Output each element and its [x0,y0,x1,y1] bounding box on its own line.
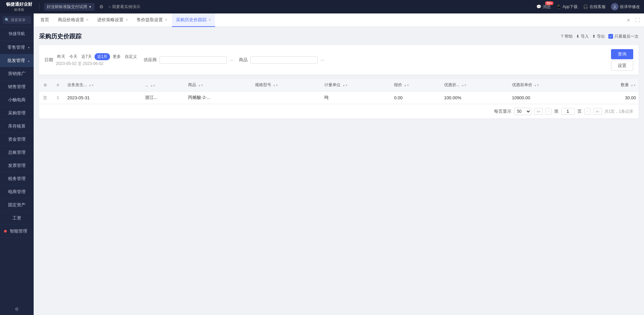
col-goods[interactable]: 商品 ▲▼ [185,79,252,92]
sidebar-item-invoice[interactable]: 发票管理 [0,159,34,172]
tab-purchase-history[interactable]: 采购历史价跟踪 × [172,13,215,27]
tab-home[interactable]: 首页 [36,13,53,27]
import-btn[interactable]: ⬇ 导入 [576,34,589,39]
first-page-btn[interactable]: ⏮ [534,108,543,115]
user-info[interactable]: 人 徐泽华修改 [611,3,640,10]
sidebar-item-assets[interactable]: 固定资产 [0,199,34,212]
col-num: # [51,79,65,92]
sidebar-item-inventory[interactable]: 库存核算 [0,120,34,133]
online-service-label: 在线客服 [589,4,606,10]
tab-close-icon[interactable]: × [126,18,128,22]
close-tab-btn[interactable]: ✕ [625,17,632,24]
tab-close-icon[interactable]: × [209,18,211,22]
date-option-last7[interactable]: 近7天 [80,53,93,60]
tab-purchase-strategy[interactable]: 进价策略设置 × [93,13,132,27]
sidebar-item-label: 采购管理 [4,110,30,116]
sidebar-item-smart[interactable]: 智能管理 [0,225,34,238]
sidebar-item-label: 零售管理 [4,44,28,50]
sidebar-item-small-ecommerce[interactable]: 小畅电商 [0,94,34,107]
supplier-more-icon[interactable]: ··· [229,57,234,63]
filter-buttons: 查询 设置 [611,49,633,71]
tab-sale-price[interactable]: 售价提取设置 × [133,13,171,27]
last-page-btn[interactable]: ⏭ [593,108,602,115]
export-label: 导出 [597,34,605,39]
sidebar-item-retail[interactable]: 零售管理 ▾ [0,41,34,54]
search-icon: 🔍 [5,18,9,22]
settings-icon[interactable]: ⚙ [98,3,105,11]
date-option-last1month[interactable]: 近1月 [95,53,110,60]
sidebar-menu: 零售管理 ▾ 批发管理 ▴ 营销推广 销售管理 小畅电商 采购管理 库存核算 [0,41,34,238]
sidebar-item-label: 资金管理 [4,136,30,142]
help-label: 帮助 [565,34,573,39]
date-option-today[interactable]: 今天 [68,53,79,60]
sidebar-item-payroll[interactable]: 工资 [0,212,34,225]
tab-home-label: 首页 [40,17,49,23]
message-btn[interactable]: 💬 消息 99+ [536,4,551,10]
col-extra[interactable]: ... ▲▼ [142,79,185,92]
sidebar-item-label: 电商管理 [4,189,30,195]
sidebar-item-purchase[interactable]: 采购管理 [0,107,34,120]
tab-purchase-history-label: 采购历史价跟踪 [176,17,207,23]
col-unit[interactable]: 计量单位 ▲▼ [322,79,391,92]
row-num: 1 [51,92,65,104]
page-content: 采购历史价跟踪 ? 帮助 ⬇ 导入 ⬆ 导出 ✓ [34,27,644,315]
per-page-label: 每页显示 [494,108,511,114]
sidebar-item-ledger[interactable]: 总账管理 [0,146,34,159]
sidebar-item-ecommerce[interactable]: 电商管理 [0,185,34,199]
col-spec[interactable]: 规格型号 ▲▼ [252,79,322,92]
chevron-down-icon: ▼ [88,5,92,9]
sidebar-item-tax[interactable]: 税务管理 [0,172,34,185]
sidebar-settings-btn[interactable]: ⚙ [0,303,34,315]
sidebar-item-label: 营销推广 [4,71,30,77]
goods-input[interactable] [250,56,318,64]
chevron-icon: ▾ [28,46,30,49]
page-actions: ? 帮助 ⬇ 导入 ⬆ 导出 ✓ 只看最后一次 [561,34,639,39]
sort-icon: ▲▼ [150,84,155,87]
tab-close-icon[interactable]: × [86,18,88,22]
date-option-yesterday[interactable]: 昨天 [56,53,67,60]
sidebar-item-marketing[interactable]: 营销推广 [0,67,34,80]
next-page-btn[interactable]: › [584,108,591,115]
sort-icon: ▲▼ [198,84,204,87]
app-download-btn[interactable]: 📱 App下载 [556,4,578,10]
col-gear[interactable]: ⚙ [39,79,51,92]
data-table: ⚙ # 业务发生... ▲▼ ... ▲▼ 商品 [39,79,639,104]
maximize-tab-btn[interactable]: ⛶ [634,17,641,24]
date-option-more[interactable]: 更多 [111,53,122,60]
supplier-input[interactable] [159,56,227,64]
prev-page-btn[interactable]: ‹ [545,108,551,115]
col-discount[interactable]: 优惠折... ▲▼ [441,79,509,92]
search-menu-input[interactable]: 🔍 搜索菜单 [3,16,31,24]
help-btn[interactable]: ? 帮助 [561,34,573,39]
export-btn[interactable]: ⬆ 导出 [592,34,605,39]
tab-close-icon[interactable]: × [165,18,167,22]
tab-price[interactable]: 商品价格设置 × [54,13,93,27]
only-last-checkbox[interactable]: ✓ 只看最后一次 [608,34,639,39]
sidebar-item-label: 固定资产 [4,202,30,208]
filter-settings-button[interactable]: 设置 [611,61,633,71]
sort-icon: ▲▼ [88,84,94,87]
sidebar-search-area[interactable]: 🔍 搜索菜单 [0,13,34,27]
row-gear[interactable]: ☰ [39,92,51,104]
online-service-btn[interactable]: 🎧 在线客服 [583,4,606,10]
row-unit: 吨 [322,92,391,104]
demo-link[interactable]: ○ 我要看实例演示 [108,4,140,10]
sidebar-item-sales[interactable]: 销售管理 [0,80,34,94]
top-header: 畅捷通好业财 标准版 好业财标准版交付试用 ▼ ⚙ ○ 我要看实例演示 💬 消息… [0,0,644,13]
sidebar-item-finance[interactable]: 资金管理 [0,133,34,146]
col-date[interactable]: 业务发生... ▲▼ [65,79,142,92]
sidebar-item-wholesale[interactable]: 批发管理 ▴ [0,54,34,67]
page-input[interactable] [561,108,575,115]
col-quantity[interactable]: 数量 ▲▼ [588,79,639,92]
version-selector[interactable]: 好业财标准版交付试用 ▼ [44,3,95,11]
col-pre-discount-price[interactable]: 优惠前单价 ▲▼ [509,79,589,92]
per-page-select[interactable]: 50 10 20 100 [514,108,531,115]
goods-more-icon[interactable]: ··· [320,57,324,63]
query-button[interactable]: 查询 [611,49,633,59]
date-option-custom[interactable]: 自定义 [123,53,138,60]
sidebar-item-label: 智能管理 [7,228,30,234]
col-price[interactable]: 报价 ▲▼ [391,79,441,92]
filter-row: 日期 昨天 今天 近7天 近1月 更多 自定义 2023-05-02 至 202… [44,49,633,71]
sidebar-item-quick-nav[interactable]: 快捷导航 [0,28,34,39]
sidebar-item-label: 库存核算 [4,123,30,129]
